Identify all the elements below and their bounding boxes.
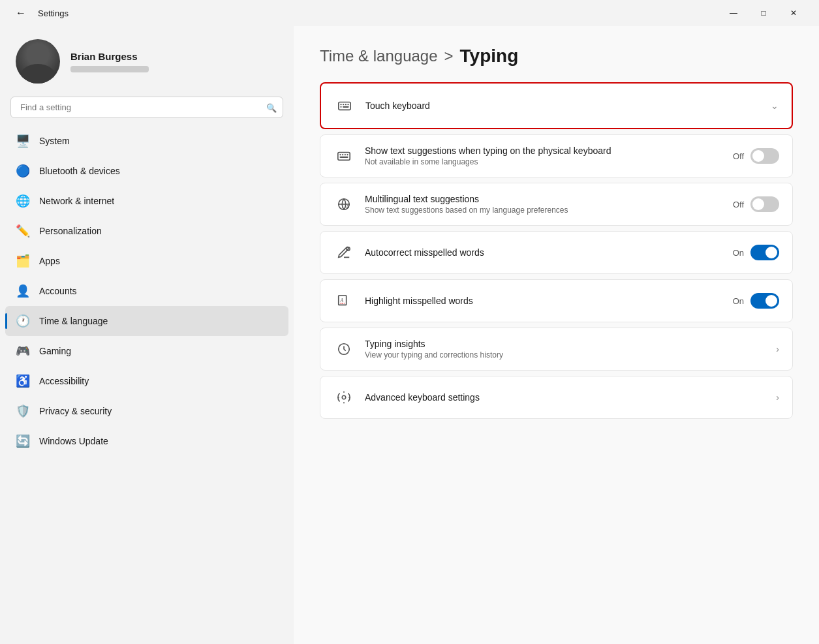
highlight-toggle[interactable]	[750, 293, 779, 309]
update-icon: 🔄	[16, 434, 30, 448]
close-button[interactable]: ✕	[779, 3, 809, 23]
touch-keyboard-row[interactable]: Touch keyboard ⌄	[321, 84, 792, 128]
personalization-icon: ✏️	[16, 224, 30, 238]
autocorrect-icon	[333, 242, 354, 263]
highlight-action: On	[733, 293, 779, 309]
chevron-down-icon: ⌄	[771, 100, 779, 111]
multilingual-card: A Multilingual text suggestions Show tex…	[320, 183, 793, 226]
nav-label-system: System	[39, 136, 70, 146]
nav-item-accounts[interactable]: 👤 Accounts	[0, 276, 294, 306]
nav-label-accessibility: Accessibility	[39, 376, 89, 386]
text-suggestions-toggle[interactable]	[750, 148, 779, 164]
main-layout: Brian Burgess 🔍 🖥️ System 🔵 Bluetooth & …	[0, 26, 819, 644]
typing-insights-title: Typing insights	[365, 339, 765, 349]
autocorrect-card: Autocorrect misspelled words On	[320, 231, 793, 274]
bluetooth-icon: 🔵	[16, 164, 30, 178]
highlight-toggle-label: On	[733, 296, 744, 306]
nav-item-time[interactable]: 🕐 Time & language	[5, 306, 288, 336]
search-input[interactable]	[10, 97, 283, 118]
search-box: 🔍	[10, 97, 283, 118]
touch-keyboard-icon	[334, 95, 355, 116]
nav-label-apps: Apps	[39, 256, 60, 266]
nav-label-accounts: Accounts	[39, 286, 77, 296]
network-icon: 🌐	[16, 194, 30, 208]
typing-insights-row[interactable]: Typing insights View your typing and cor…	[320, 328, 792, 370]
autocorrect-toggle-label: On	[733, 248, 744, 258]
nav-item-bluetooth[interactable]: 🔵 Bluetooth & devices	[0, 156, 294, 186]
accessibility-icon: ♿	[16, 374, 30, 388]
titlebar-left: ← Settings	[10, 5, 69, 22]
nav-item-system[interactable]: 🖥️ System	[0, 126, 294, 156]
touch-keyboard-card: Touch keyboard ⌄	[320, 82, 793, 129]
nav-label-time: Time & language	[39, 316, 108, 326]
multilingual-row[interactable]: A Multilingual text suggestions Show tex…	[320, 183, 792, 225]
maximize-button[interactable]: □	[749, 3, 779, 23]
nav-label-personalization: Personalization	[39, 226, 102, 236]
breadcrumb-current: Typing	[460, 46, 519, 67]
user-name: Brian Burgess	[70, 51, 149, 62]
apps-icon: 🗂️	[16, 254, 30, 268]
advanced-keyboard-card: Advanced keyboard settings ›	[320, 376, 793, 419]
svg-point-21	[342, 395, 346, 399]
text-suggestions-action: Off	[733, 148, 779, 164]
nav-label-gaming: Gaming	[39, 346, 71, 356]
user-info: Brian Burgess	[70, 51, 149, 72]
nav-item-accessibility[interactable]: ♿ Accessibility	[0, 366, 294, 396]
highlight-card: A Highlight misspelled words On	[320, 279, 793, 322]
autocorrect-title: Autocorrect misspelled words	[365, 247, 722, 258]
user-section: Brian Burgess	[0, 26, 294, 97]
advanced-keyboard-title: Advanced keyboard settings	[365, 392, 765, 403]
titlebar-title: Settings	[38, 8, 69, 18]
multilingual-toggle[interactable]	[750, 196, 779, 212]
user-status-bar	[70, 66, 149, 72]
typing-insights-card: Typing insights View your typing and cor…	[320, 328, 793, 371]
multilingual-icon: A	[333, 194, 354, 215]
nav-label-bluetooth: Bluetooth & devices	[39, 166, 120, 176]
multilingual-toggle-label: Off	[733, 200, 744, 209]
text-suggestions-title: Show text suggestions when typing on the…	[365, 146, 722, 156]
touch-keyboard-action: ⌄	[771, 100, 779, 111]
chevron-right-icon: ›	[776, 344, 779, 354]
avatar-image	[16, 39, 60, 84]
back-button[interactable]: ←	[10, 5, 31, 22]
accounts-icon: 👤	[16, 284, 30, 298]
minimize-button[interactable]: —	[719, 3, 749, 23]
text-suggestions-text: Show text suggestions when typing on the…	[365, 146, 722, 166]
typing-insights-action: ›	[776, 344, 779, 354]
nav-label-network: Network & internet	[39, 196, 114, 206]
avatar	[16, 39, 60, 84]
multilingual-title: Multilingual text suggestions	[365, 194, 722, 204]
multilingual-text: Multilingual text suggestions Show text …	[365, 194, 722, 215]
touch-keyboard-title: Touch keyboard	[365, 100, 760, 111]
multilingual-subtitle: Show text suggestions based on my langua…	[365, 206, 722, 215]
highlight-text: Highlight misspelled words	[365, 296, 722, 306]
nav-item-update[interactable]: 🔄 Windows Update	[0, 426, 294, 456]
privacy-icon: 🛡️	[16, 404, 30, 418]
advanced-keyboard-row[interactable]: Advanced keyboard settings ›	[320, 376, 792, 418]
touch-keyboard-text: Touch keyboard	[365, 100, 760, 111]
text-suggestions-subtitle: Not available in some languages	[365, 157, 722, 166]
chevron-right-icon-2: ›	[776, 392, 779, 403]
autocorrect-toggle[interactable]	[750, 245, 779, 260]
highlight-row[interactable]: A Highlight misspelled words On	[320, 280, 792, 322]
titlebar: ← Settings — □ ✕	[0, 0, 819, 26]
advanced-keyboard-text: Advanced keyboard settings	[365, 392, 765, 403]
autocorrect-row[interactable]: Autocorrect misspelled words On	[320, 232, 792, 273]
content-area: Time & language > Typing	[294, 26, 819, 644]
nav-item-privacy[interactable]: 🛡️ Privacy & security	[0, 396, 294, 426]
autocorrect-action: On	[733, 245, 779, 260]
nav-item-network[interactable]: 🌐 Network & internet	[0, 186, 294, 216]
typing-insights-subtitle: View your typing and corrections history	[365, 350, 765, 360]
titlebar-controls: — □ ✕	[719, 3, 809, 23]
text-suggestions-card: Show text suggestions when typing on the…	[320, 134, 793, 177]
typing-insights-icon	[333, 339, 354, 360]
nav-item-gaming[interactable]: 🎮 Gaming	[0, 336, 294, 366]
autocorrect-text: Autocorrect misspelled words	[365, 247, 722, 258]
text-suggestions-row[interactable]: Show text suggestions when typing on the…	[320, 135, 792, 177]
svg-rect-7	[338, 153, 350, 161]
nav-item-personalization[interactable]: ✏️ Personalization	[0, 216, 294, 246]
text-suggestions-icon	[333, 146, 354, 166]
nav-item-apps[interactable]: 🗂️ Apps	[0, 246, 294, 276]
advanced-keyboard-icon	[333, 387, 354, 408]
breadcrumb-separator: >	[444, 47, 454, 65]
